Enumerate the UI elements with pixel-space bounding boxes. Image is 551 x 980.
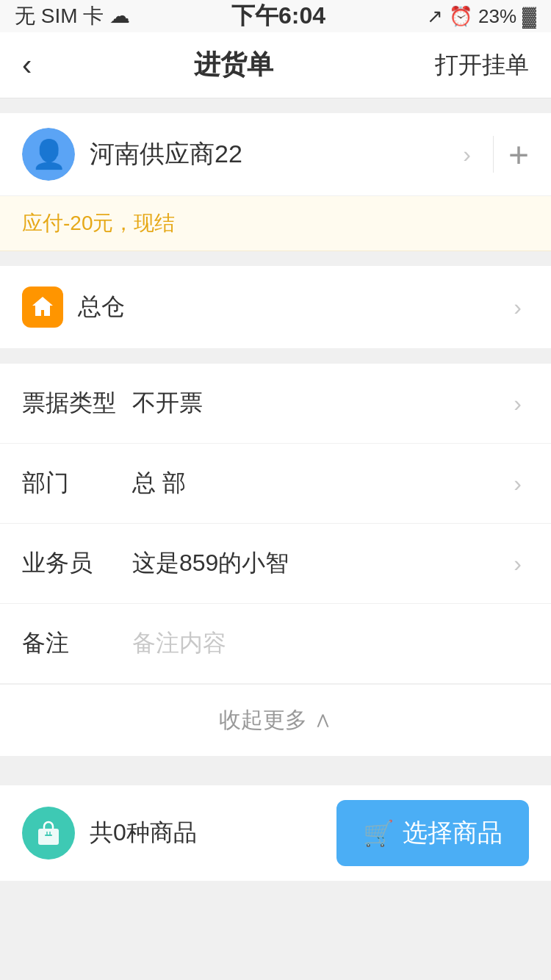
notice-row: 应付-20元，现结: [0, 196, 551, 251]
person-icon: 👤: [32, 138, 66, 170]
warehouse-card: 总仓 ›: [0, 266, 551, 349]
battery-icon: ▓: [522, 5, 536, 28]
department-label: 部门: [22, 467, 118, 500]
invoice-type-value: 不开票: [118, 387, 514, 419]
avatar: 👤: [22, 128, 75, 181]
cart-icon: 🛒: [363, 818, 394, 848]
form-card: 票据类型 不开票 › 部门 总 部 › 业务员 这是859的小智 › 备注 备注…: [0, 364, 551, 756]
section-gap-3: [0, 349, 551, 364]
chevron-right-icon: ›: [514, 470, 522, 497]
add-button[interactable]: +: [508, 134, 529, 175]
sim-signal: 无 SIM 卡 ☁: [15, 2, 130, 30]
chevron-right-icon: ›: [463, 141, 471, 168]
select-btn-label: 选择商品: [403, 816, 503, 850]
svg-rect-0: [38, 829, 59, 845]
collapse-label: 收起更多 ∧: [219, 705, 331, 735]
salesperson-row[interactable]: 业务员 这是859的小智 ›: [0, 524, 551, 604]
nav-bar: ‹ 进货单 打开挂单: [0, 32, 551, 98]
supplier-row[interactable]: 👤 河南供应商22 › +: [0, 113, 551, 196]
battery-label: 23%: [478, 5, 516, 28]
location-icon: ↗: [427, 5, 443, 28]
product-icon-wrap: [22, 807, 75, 860]
collapse-button[interactable]: 收起更多 ∧: [0, 684, 551, 756]
salesperson-label: 业务员: [22, 547, 118, 580]
section-gap-2: [0, 251, 551, 266]
department-value: 总 部: [118, 467, 514, 500]
page-title: 进货单: [194, 47, 273, 83]
alarm-icon: ⏰: [449, 5, 472, 28]
status-right: ↗ ⏰ 23% ▓: [427, 5, 536, 28]
warehouse-icon: [22, 287, 63, 328]
status-left: 无 SIM 卡 ☁: [15, 2, 130, 30]
open-pending-button[interactable]: 打开挂单: [435, 49, 529, 82]
invoice-type-row[interactable]: 票据类型 不开票 ›: [0, 364, 551, 444]
warehouse-name: 总仓: [78, 291, 514, 323]
invoice-type-label: 票据类型: [22, 387, 118, 419]
status-bar: 无 SIM 卡 ☁ 下午6:04 ↗ ⏰ 23% ▓: [0, 0, 551, 32]
chevron-right-icon: ›: [514, 294, 522, 321]
remark-row[interactable]: 备注 备注内容: [0, 604, 551, 684]
select-product-button[interactable]: 🛒 选择商品: [336, 800, 529, 866]
chevron-right-icon: ›: [514, 390, 522, 417]
chevron-right-icon: ›: [514, 550, 522, 577]
avatar-icon: 👤: [22, 128, 75, 181]
warehouse-row[interactable]: 总仓 ›: [0, 266, 551, 349]
supplier-card: 👤 河南供应商22 › + 应付-20元，现结: [0, 113, 551, 251]
svg-rect-1: [45, 835, 52, 836]
bottom-bar: 共0种商品 🛒 选择商品: [0, 785, 551, 881]
remark-label: 备注: [22, 627, 118, 660]
status-time: 下午6:04: [231, 0, 325, 32]
back-button[interactable]: ‹: [22, 48, 32, 82]
section-gap-4: [0, 756, 551, 771]
supplier-name: 河南供应商22: [90, 137, 463, 171]
remark-input[interactable]: 备注内容: [118, 627, 529, 660]
section-gap-1: [0, 98, 551, 113]
product-count: 共0种商品: [90, 817, 336, 849]
salesperson-value: 这是859的小智: [118, 547, 514, 580]
divider: [493, 136, 494, 173]
department-row[interactable]: 部门 总 部 ›: [0, 444, 551, 524]
